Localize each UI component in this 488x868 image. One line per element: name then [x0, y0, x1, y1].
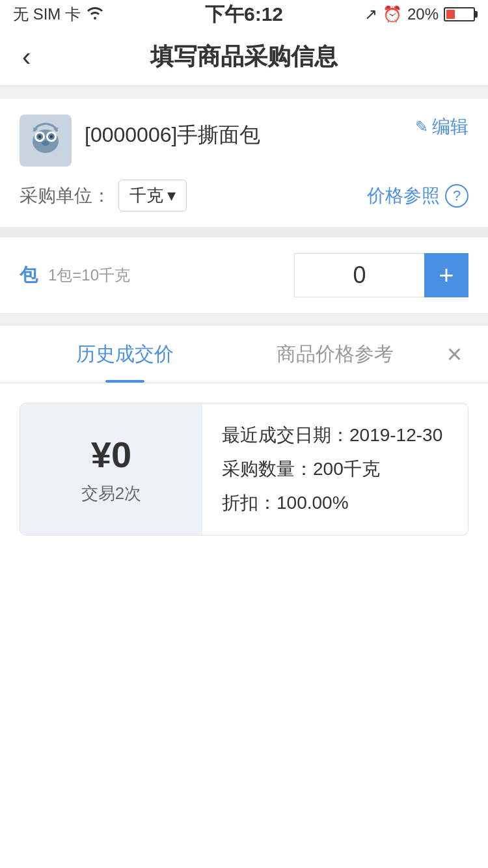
product-name: [0000006]手撕面包: [85, 115, 260, 150]
bottom-panel: 历史成交价 商品价格参考 × ¥0 交易2次 最近成交日期：2019-12-30…: [0, 326, 488, 868]
page-title: 填写商品采购信息: [150, 41, 338, 73]
edit-button[interactable]: ✎ 编辑: [415, 115, 468, 139]
tab-price-ref[interactable]: 商品价格参考: [230, 326, 440, 383]
last-date-value: 2019-12-30: [349, 425, 442, 445]
purchase-qty-label: 采购数量：: [222, 459, 313, 479]
product-bottom: 采购单位： 千克 ▾ 价格参照 ?: [20, 180, 468, 211]
discount-value: 100.00%: [277, 493, 349, 513]
help-icon: ?: [445, 184, 468, 208]
history-section: ¥0 交易2次 最近成交日期：2019-12-30 采购数量：200千克 折扣：…: [0, 383, 488, 555]
wifi-icon: [86, 5, 104, 23]
product-owl-icon: [26, 118, 65, 163]
status-right: ↗ ⏰ 20%: [364, 5, 475, 23]
product-info: [0000006]手撕面包: [20, 115, 260, 167]
unit-badge: 包: [20, 263, 38, 288]
quantity-input[interactable]: [294, 253, 424, 297]
carrier-text: 无 SIM 卡: [13, 4, 81, 25]
product-thumbnail: [20, 115, 72, 167]
back-button[interactable]: ‹: [16, 36, 37, 78]
close-button[interactable]: ×: [441, 333, 468, 375]
svg-point-7: [42, 141, 49, 146]
discount-label: 折扣：: [222, 493, 277, 513]
status-bar: 无 SIM 卡 下午6:12 ↗ ⏰ 20%: [0, 0, 488, 29]
last-date-label: 最近成交日期：: [222, 425, 349, 445]
history-price-panel: ¥0 交易2次: [20, 403, 202, 535]
tab-bar: 历史成交价 商品价格参考 ×: [0, 326, 488, 383]
svg-point-5: [38, 135, 41, 138]
edit-label: 编辑: [432, 115, 468, 139]
header: ‹ 填写商品采购信息: [0, 29, 488, 86]
product-top: [0000006]手撕面包 ✎ 编辑: [20, 115, 468, 167]
unit-value: 千克: [129, 184, 163, 207]
purchase-qty-value: 200千克: [313, 459, 380, 479]
history-card: ¥0 交易2次 最近成交日期：2019-12-30 采购数量：200千克 折扣：…: [20, 403, 468, 536]
quantity-row: 包 1包=10千克 +: [0, 237, 488, 313]
price-ref-button[interactable]: 价格参照 ?: [367, 183, 468, 208]
tab-price-ref-label: 商品价格参考: [277, 341, 394, 368]
history-detail-panel: 最近成交日期：2019-12-30 采购数量：200千克 折扣：100.00%: [202, 403, 468, 535]
tab-history-price[interactable]: 历史成交价: [20, 326, 230, 383]
unit-select[interactable]: 千克 ▾: [118, 180, 187, 211]
product-card: [0000006]手撕面包 ✎ 编辑 采购单位： 千克 ▾ 价格参照 ?: [0, 99, 488, 227]
history-purchase-qty: 采购数量：200千克: [222, 457, 448, 481]
chevron-down-icon: ▾: [167, 185, 176, 206]
battery-percent: 20%: [407, 5, 439, 23]
status-time: 下午6:12: [205, 1, 283, 28]
quantity-plus-button[interactable]: +: [424, 253, 468, 297]
quantity-control: +: [294, 253, 468, 297]
main-content-area: [0, 555, 488, 868]
tab-active-indicator: [105, 380, 144, 383]
alarm-icon: ⏰: [383, 5, 402, 23]
battery-icon: [444, 7, 475, 21]
unit-label: 采购单位：: [20, 183, 111, 208]
tab-history-price-label: 历史成交价: [76, 341, 174, 368]
svg-point-6: [50, 135, 53, 138]
quantity-label: 包 1包=10千克: [20, 263, 130, 288]
location-icon: ↗: [364, 5, 377, 23]
edit-icon: ✎: [415, 118, 428, 136]
status-left: 无 SIM 卡: [13, 4, 104, 25]
history-discount: 折扣：100.00%: [222, 491, 448, 515]
history-last-date: 最近成交日期：2019-12-30: [222, 423, 448, 448]
history-count: 交易2次: [81, 482, 141, 505]
unit-section: 采购单位： 千克 ▾: [20, 180, 187, 211]
section-divider: [0, 227, 488, 237]
price-ref-label: 价格参照: [367, 183, 440, 208]
history-price: ¥0: [91, 433, 131, 476]
unit-note: 1包=10千克: [48, 265, 130, 286]
